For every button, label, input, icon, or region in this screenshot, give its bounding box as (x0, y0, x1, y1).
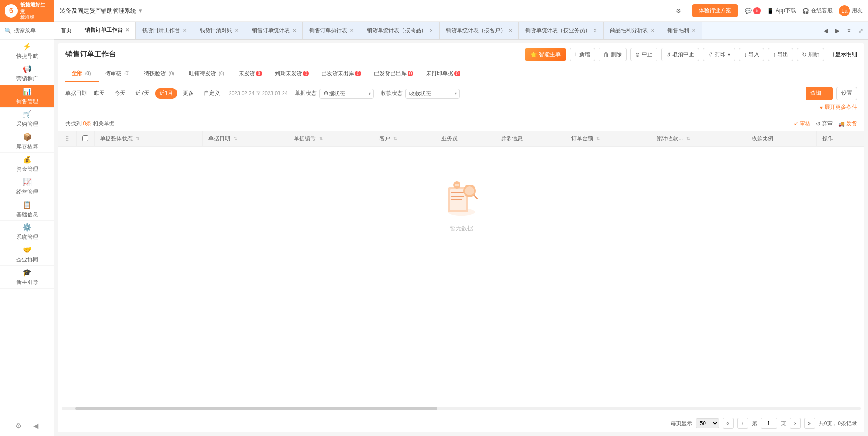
payment-select[interactable]: 收款状态 (405, 89, 460, 99)
sidebar-item-finance[interactable]: 💰 资金管理 (0, 153, 54, 175)
date-btn-custom[interactable]: 自定义 (200, 88, 224, 99)
export-btn[interactable]: ↑ 导出 (768, 48, 793, 61)
tab-sales-stat[interactable]: 销售订单统计表 ✕ (245, 22, 303, 40)
tab-close-sales-stat-customer[interactable]: ✕ (508, 28, 512, 33)
audit-action-btn[interactable]: ✔ 审核 (794, 120, 810, 128)
tab-sales-profit[interactable]: 销售毛利 ✕ (661, 22, 702, 40)
title-dropdown-icon[interactable]: ▾ (139, 7, 142, 14)
sidebar-item-purchase[interactable]: 🛒 采购管理 (0, 108, 54, 130)
tab-sales-stat-product[interactable]: 销货单统计表（按商品） ✕ (360, 22, 440, 40)
revoke-action-btn[interactable]: ↺ 弃审 (816, 120, 833, 128)
sub-tab-wangpu[interactable]: 旺铺待发货(0) (182, 66, 232, 82)
tab-close-sales-stat-staff[interactable]: ✕ (593, 28, 597, 33)
sidebar-settings-btn[interactable]: ⚙ (12, 419, 25, 432)
tab-scroll-left-btn[interactable]: ◀ (820, 25, 831, 36)
online-service-btn[interactable]: 🎧 在线客服 (802, 7, 833, 14)
sub-tab-shipped-not-out[interactable]: 已发货未出库0 (315, 66, 368, 82)
industry-btn[interactable]: 体验行业方案 (692, 4, 738, 17)
sidebar-item-marketing[interactable]: 📢 营销推广 (0, 62, 54, 85)
expand-filter-btn[interactable]: ▾ 展开更多条件 (820, 104, 857, 111)
last-page-btn[interactable]: » (804, 418, 815, 429)
sidebar-item-basic-info[interactable]: 📋 基础信息 (0, 198, 54, 221)
sub-tab-all[interactable]: 全部(0) (65, 66, 99, 82)
search-menu-item[interactable]: 🔍 搜索菜单 (0, 22, 54, 40)
delete-btn[interactable]: 🗑 删除 (599, 48, 627, 61)
app-download-btn[interactable]: 📱 App下载 (767, 7, 796, 14)
sub-tab-expired-not-shipped[interactable]: 到期未发货0 (269, 66, 316, 82)
tab-sales-exec[interactable]: 销售订单执行表 ✕ (303, 22, 360, 40)
refresh-btn[interactable]: ↻ 刷新 (797, 48, 824, 61)
tab-fullscreen-btn[interactable]: ⤢ (855, 25, 866, 36)
select-all-checkbox[interactable] (82, 135, 88, 141)
tab-cash-reconcile[interactable]: 钱货日清对账 ✕ (193, 22, 245, 40)
status-select[interactable]: 单据状态 (319, 89, 374, 99)
add-btn[interactable]: + 新增 (570, 48, 595, 61)
show-detail-toggle[interactable]: 显示明细 (828, 51, 857, 58)
sub-tab-pending-inspection[interactable]: 待拣验货(0) (138, 66, 182, 82)
message-btn[interactable]: 💬 6 (745, 7, 761, 14)
th-date[interactable]: 单据日期 ⇅ (203, 131, 288, 147)
ai-smart-btn[interactable]: ⭐ 智能生单 (525, 48, 566, 61)
th-ratio[interactable]: 收款比例 (746, 131, 817, 147)
tab-close-sales-stat-product[interactable]: ✕ (429, 28, 433, 33)
tab-close-cash-reconcile[interactable]: ✕ (235, 28, 239, 33)
sub-tab-not-printed[interactable]: 未打印单据0 (420, 66, 467, 82)
th-status[interactable]: 单据整体状态 ⇅ (94, 131, 203, 147)
ship-action-btn[interactable]: 🚚 发货 (838, 120, 857, 128)
filter-settings-btn[interactable]: 设置 (836, 87, 857, 100)
header-settings-btn[interactable]: ⚙ (672, 5, 685, 17)
first-page-btn[interactable]: « (723, 418, 734, 429)
th-amount[interactable]: 订单金额 ⇅ (566, 131, 651, 147)
date-btn-more[interactable]: 更多 (179, 88, 198, 99)
tab-sales-workbench[interactable]: 销售订单工作台 ✕ (78, 22, 136, 40)
import-btn[interactable]: ↓ 导入 (739, 48, 764, 61)
date-btn-1month[interactable]: 近1月 (155, 88, 177, 99)
th-number[interactable]: 单据编号 ⇅ (288, 131, 374, 147)
next-page-btn[interactable]: › (790, 418, 801, 429)
tab-scroll-right-btn[interactable]: ▶ (832, 25, 843, 36)
user-menu-btn[interactable]: Ea 用友 (839, 5, 863, 16)
th-checkbox[interactable] (76, 131, 94, 147)
sub-tab-not-shipped[interactable]: 未发货0 (232, 66, 269, 82)
sidebar-item-quick-nav[interactable]: ⚡ 快捷导航 (0, 40, 54, 62)
sidebar-item-sales[interactable]: 📊 销售管理 (0, 85, 54, 108)
per-page-select[interactable]: 50 10 20 100 (696, 418, 719, 428)
cancel-suspend-btn[interactable]: ↺ 取消中止 (661, 48, 699, 61)
query-btn[interactable]: 查询 (806, 87, 833, 100)
sub-tab-pending-review[interactable]: 待审核(0) (99, 66, 138, 82)
tab-close-sales-stat[interactable]: ✕ (293, 28, 296, 33)
sidebar-item-operations[interactable]: 📈 经营管理 (0, 175, 54, 198)
sort-amount-icon: ⇅ (596, 136, 600, 141)
th-salesperson[interactable]: 业务员 (436, 131, 495, 147)
prev-page-btn[interactable]: ‹ (737, 418, 748, 429)
sidebar-item-guide[interactable]: 🎓 新手引导 (0, 266, 54, 289)
sidebar-item-enterprise[interactable]: 🤝 企业协同 (0, 243, 54, 266)
sidebar-item-system[interactable]: ⚙️ 系统管理 (0, 221, 54, 243)
tab-sales-stat-staff[interactable]: 销货单统计表（按业务员） ✕ (519, 22, 604, 40)
tab-cash-daily[interactable]: 钱货日清工作台 ✕ (136, 22, 193, 40)
tab-close-sales-exec[interactable]: ✕ (350, 28, 354, 33)
table-scrollbar[interactable] (62, 407, 861, 410)
show-detail-checkbox[interactable] (828, 52, 834, 57)
sidebar-item-inventory[interactable]: 📦 库存核算 (0, 130, 54, 153)
tab-close-gross-profit[interactable]: ✕ (651, 28, 654, 33)
tab-gross-profit[interactable]: 商品毛利分析表 ✕ (604, 22, 661, 40)
tab-close-sales-workbench[interactable]: ✕ (125, 28, 129, 33)
th-exception[interactable]: 异常信息 (495, 131, 566, 147)
print-btn[interactable]: 🖨 打印 ▾ (703, 48, 735, 61)
page-input[interactable] (761, 418, 777, 429)
tab-home[interactable]: 首页 (54, 22, 78, 40)
tab-close-cash-daily[interactable]: ✕ (183, 28, 187, 33)
th-customer[interactable]: 客户 ⇅ (374, 131, 436, 147)
sidebar-collapse-btn[interactable]: ◀ (29, 419, 43, 432)
date-btn-7days[interactable]: 近7天 (131, 88, 153, 99)
scrollbar-thumb[interactable] (75, 407, 437, 410)
sub-tab-shipped-out[interactable]: 已发货已出库0 (368, 66, 420, 82)
tab-close-all-btn[interactable]: ✕ (844, 25, 854, 36)
date-btn-yesterday[interactable]: 昨天 (90, 88, 109, 99)
suspend-btn[interactable]: ⊘ 中止 (630, 48, 657, 61)
th-received[interactable]: 累计收款... ⇅ (651, 131, 746, 147)
tab-close-sales-profit[interactable]: ✕ (692, 28, 695, 33)
date-btn-today[interactable]: 今天 (110, 88, 129, 99)
tab-sales-stat-customer[interactable]: 销货单统计表（按客户） ✕ (440, 22, 519, 40)
